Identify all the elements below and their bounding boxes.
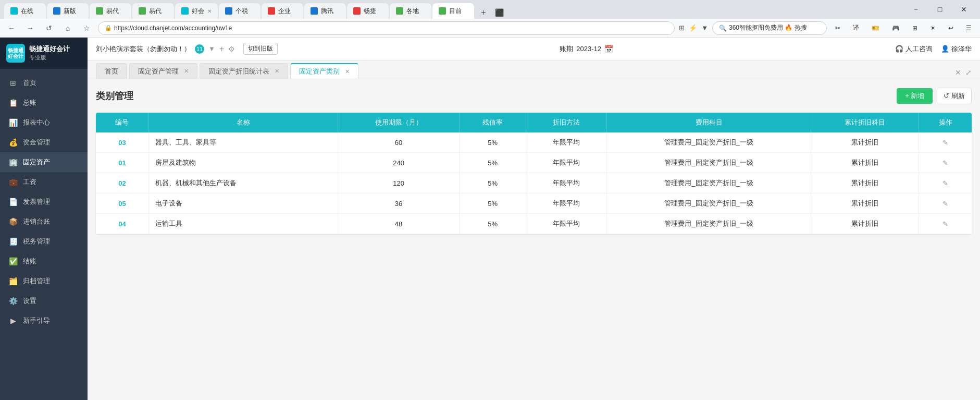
refresh-page-button[interactable]: ↺ 刷新	[937, 88, 972, 104]
browser-tab-muqian[interactable]: 目前	[432, 3, 474, 19]
logo-icon: 畅捷通好会计	[6, 44, 25, 63]
logo-text: 畅捷通好会计 专业版	[29, 44, 70, 62]
history-back-button[interactable]: ↩	[944, 23, 958, 33]
edit-button-4[interactable]: ✎	[942, 220, 948, 228]
tab-depreciation-label: 固定资产折旧统计表	[208, 67, 269, 76]
game-button[interactable]: 🎮	[888, 23, 904, 33]
sidebar-nav: ⊞ 首页 📋 总账 📊 报表中心 💰 资金管理 🏢 固定资产 💼 工资	[0, 69, 88, 400]
sidebar-item-archive-label: 归档管理	[23, 276, 50, 286]
sidebar-item-settings-label: 设置	[23, 296, 36, 306]
browser-tab-tengxun[interactable]: 腾讯	[304, 3, 346, 19]
edit-button-3[interactable]: ✎	[942, 200, 948, 208]
grid-button[interactable]: ⊞	[908, 23, 922, 33]
tab-category[interactable]: 固定资产类别 ✕	[290, 63, 358, 79]
back-button[interactable]: ←	[4, 21, 19, 35]
tab-home[interactable]: 首页	[96, 63, 127, 79]
maximize-button[interactable]: □	[928, 0, 952, 19]
edit-button-1[interactable]: ✎	[942, 159, 948, 167]
extension-button[interactable]: ⚡	[689, 24, 697, 32]
translate-button[interactable]: 译	[849, 22, 863, 33]
browser-tab-zaixin[interactable]: 在线	[4, 3, 46, 19]
site-settings-button[interactable]: ⊞	[679, 24, 685, 32]
content-maximize-button[interactable]: ⤢	[965, 68, 972, 77]
url-text: https://cloud.chanjet.com/accounting/uw1…	[114, 25, 232, 32]
sidebar-item-archive[interactable]: 🗂️ 归档管理	[0, 271, 88, 291]
sidebar-item-guide[interactable]: ▶ 新手引导	[0, 311, 88, 331]
browser-tab-haohui[interactable]: 好会 ✕	[175, 3, 218, 19]
consult-button[interactable]: 🎧 人工咨询	[895, 44, 933, 54]
header-actions: + 新增 ↺ 刷新	[897, 88, 972, 104]
cell-code-2: 02	[96, 173, 148, 193]
add-button[interactable]: + 新增	[897, 88, 933, 104]
sidebar-item-home[interactable]: ⊞ 首页	[0, 73, 88, 93]
browser-toolbar: ← → ↺ ⌂ ☆ 🔒 https://cloud.chanjet.com/ac…	[0, 19, 980, 38]
sidebar-item-settings[interactable]: ⚙️ 设置	[0, 291, 88, 311]
browser-tab-qiye[interactable]: 企业	[262, 3, 303, 19]
settings-gear-button[interactable]: ⚙	[228, 45, 235, 53]
user-avatar[interactable]: 👤 徐泽华	[941, 44, 972, 54]
tab-fixed-mgmt[interactable]: 固定资产管理 ✕	[129, 63, 197, 79]
switch-version-button[interactable]: 切到旧版	[243, 43, 278, 55]
dropdown-button[interactable]: ▼	[701, 24, 708, 32]
edit-button-2[interactable]: ✎	[942, 179, 948, 187]
browser-tab-gedi[interactable]: 各地	[390, 3, 431, 19]
coupon-button[interactable]: 🎫	[867, 23, 884, 33]
home-icon: ⊞	[8, 78, 18, 88]
forward-button[interactable]: →	[23, 21, 38, 35]
new-tab-button[interactable]: +	[477, 6, 490, 19]
sidebar-item-fund[interactable]: 💰 资金管理	[0, 132, 88, 152]
sidebar-item-ledger[interactable]: 📋 总账	[0, 93, 88, 113]
refresh-button[interactable]: ↺	[42, 21, 56, 35]
bookmark-button[interactable]: ☆	[79, 21, 94, 35]
sidebar-item-settlement[interactable]: ✅ 结账	[0, 251, 88, 271]
address-bar[interactable]: 🔒 https://cloud.chanjet.com/accounting/u…	[98, 21, 675, 35]
browser-tab-yidai2[interactable]: 易代	[132, 3, 174, 19]
tab-list-button[interactable]: ⬛	[493, 6, 505, 19]
calendar-icon[interactable]: 📅	[604, 45, 613, 53]
avatar-icon: 👤	[941, 45, 949, 53]
edit-button-0[interactable]: ✎	[942, 139, 948, 147]
sidebar-logo: 畅捷通好会计 畅捷通好会计 专业版	[0, 38, 88, 69]
browser-tab-close-haohui[interactable]: ✕	[207, 8, 212, 14]
brightness-button[interactable]: ☀	[926, 23, 940, 33]
scissors-button[interactable]: ✂	[831, 23, 845, 33]
archive-icon: 🗂️	[8, 276, 18, 286]
settings-icon: ⚙️	[8, 296, 18, 306]
tab-category-close[interactable]: ✕	[345, 68, 350, 75]
sidebar-item-report[interactable]: 📊 报表中心	[0, 113, 88, 132]
minimize-button[interactable]: －	[904, 0, 928, 19]
menu-button[interactable]: ☰	[962, 23, 976, 33]
sidebar-item-invoice[interactable]: 📄 发票管理	[0, 192, 88, 212]
tab-depreciation[interactable]: 固定资产折旧统计表 ✕	[200, 63, 288, 79]
close-button[interactable]: ✕	[952, 0, 976, 19]
tab-fixed-mgmt-close[interactable]: ✕	[184, 68, 189, 75]
content-close-button[interactable]: ✕	[955, 68, 961, 77]
cell-name-4: 运输工具	[148, 214, 338, 234]
browser-tab-changjie[interactable]: 畅捷	[347, 3, 389, 19]
cell-action-1: ✎	[919, 153, 972, 173]
browser-tab-xinban[interactable]: 新版	[47, 3, 89, 19]
add-company-button[interactable]: +	[219, 44, 224, 54]
sidebar-item-fixed-asset[interactable]: 🏢 固定资产	[0, 152, 88, 172]
sidebar-item-stock[interactable]: 📦 进销台账	[0, 212, 88, 232]
sidebar-item-salary-label: 工资	[23, 177, 36, 187]
user-dropdown-button[interactable]: ▼	[208, 45, 215, 53]
table-header-row: 编号 名称 使用期限（月） 残值率 折旧方法 费用科目 累计折旧科目 操作	[96, 113, 972, 132]
settlement-icon: ✅	[8, 257, 18, 266]
tab-depreciation-close[interactable]: ✕	[275, 68, 279, 75]
search-bar[interactable]: 🔍 360智能抠图免费用 🔥 热搜	[712, 21, 827, 35]
browser-tab-yidai1[interactable]: 易代	[90, 3, 131, 19]
cell-accumulated-0: 累计折旧	[811, 132, 919, 153]
col-header-name: 名称	[148, 113, 338, 132]
sidebar-item-salary[interactable]: 💼 工资	[0, 172, 88, 192]
sidebar-item-tax[interactable]: 🧾 税务管理	[0, 232, 88, 251]
col-header-action: 操作	[919, 113, 972, 132]
home-button[interactable]: ⌂	[60, 21, 75, 35]
tax-icon: 🧾	[8, 237, 18, 246]
cell-period-4: 48	[338, 214, 460, 234]
content-area: 类别管理 + 新增 ↺ 刷新 编号 名称 使用期限（月） 残值率 折旧方法 费用…	[88, 79, 980, 400]
browser-tab-geshu[interactable]: 个税	[219, 3, 260, 19]
sidebar-item-fund-label: 资金管理	[23, 138, 50, 147]
table-row: 03 器具、工具、家具等 60 5% 年限平均 管理费用_固定资产折旧_一级 累…	[96, 132, 972, 153]
sidebar: 畅捷通好会计 畅捷通好会计 专业版 ⊞ 首页 📋 总账 📊 报表中心 💰	[0, 38, 88, 400]
